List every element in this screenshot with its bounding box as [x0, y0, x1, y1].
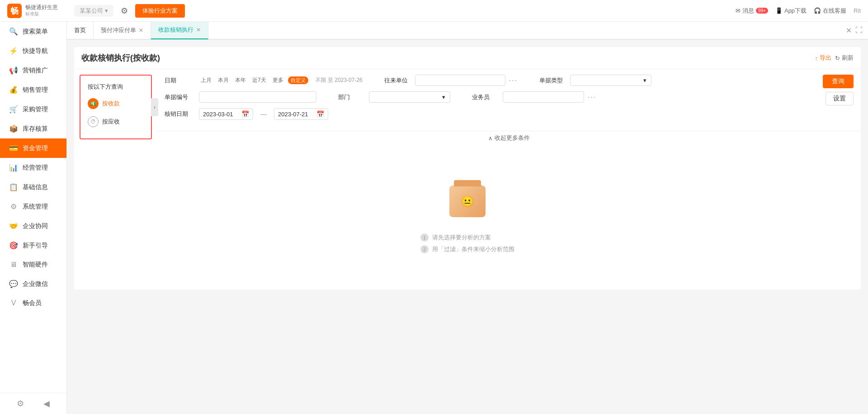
sidebar-item-sales[interactable]: 💰 销售管理: [0, 80, 66, 100]
sidebar-label-basic: 基础信息: [23, 183, 48, 191]
user-menu[interactable]: Rit: [854, 7, 861, 14]
sidebar-item-wechat[interactable]: 💬 企业微信: [0, 274, 66, 294]
date-shortcut-more[interactable]: 更多: [271, 76, 285, 85]
empty-tip-2: 2 用「过滤」条件来缩小分析范围: [420, 245, 514, 253]
sidebar-label-purchase: 采购管理: [23, 105, 48, 114]
date-custom-badge[interactable]: 自定义: [288, 76, 308, 84]
empty-tip-1: 1 请先选择要分析的方案: [420, 233, 491, 242]
tab-home[interactable]: 首页: [67, 21, 94, 39]
staff-label: 业务员: [472, 93, 499, 101]
sidebar-item-search[interactable]: 🔍 搜索菜单: [0, 22, 66, 41]
sidebar-label-system: 系统管理: [23, 203, 48, 211]
docnum-label: 单据编号: [165, 93, 192, 101]
empty-tips: 1 请先选择要分析的方案 2 用「过滤」条件来缩小分析范围: [420, 233, 514, 253]
partner-input[interactable]: [415, 75, 505, 86]
sidebar-label-sales: 销售管理: [23, 86, 48, 94]
monitor-icon: 🖥: [9, 261, 18, 269]
staff-input[interactable]: [503, 91, 584, 103]
date-unlimit: 不限 至 2023-07-26: [316, 76, 363, 84]
date-shortcut-thisyear[interactable]: 本年: [233, 76, 248, 85]
partner-more-btn[interactable]: ···: [509, 76, 518, 85]
sidebar-item-guide[interactable]: 🎯 新手引导: [0, 236, 66, 255]
refresh-btn[interactable]: ↻ 刷新: [835, 54, 854, 62]
verify-date-start[interactable]: 2023-03-01 📅: [199, 108, 253, 120]
filter-inputs: 日期 上月 本月 本年 近7天 更多 自定义 不限 至 2023-07-26: [157, 69, 816, 131]
query-type-by-payable[interactable]: ⏱ 按应收: [80, 113, 151, 131]
verify-date-end[interactable]: 2023-07-21 📅: [274, 108, 328, 120]
partner-label: 往来单位: [384, 76, 411, 85]
customer-service-btn[interactable]: 🎧 在线客服: [814, 7, 846, 15]
sidebar-item-hardware[interactable]: 🖥 智能硬件: [0, 255, 66, 274]
dept-label: 部门: [338, 93, 365, 101]
staff-filter: 业务员 ···: [472, 91, 596, 103]
sidebar-item-enterprise[interactable]: 🤝 企业协同: [0, 216, 66, 236]
partner-filter: 往来单位 ···: [384, 75, 518, 86]
sidebar-item-marketing[interactable]: 📢 营销推广: [0, 61, 66, 80]
tab-prepay[interactable]: 预付冲应付单 ✕: [94, 21, 151, 39]
handshake-icon: 🤝: [9, 222, 18, 230]
sidebar-item-member[interactable]: V 畅会员: [0, 294, 66, 313]
export-btn[interactable]: ↑ 导出: [815, 54, 832, 62]
app-download-btn[interactable]: 📱 App下载: [775, 7, 807, 15]
logo-text: 畅捷通好生意: [25, 4, 58, 10]
doctype-dropdown[interactable]: ▾: [570, 75, 651, 86]
query-panel-collapse-btn[interactable]: ›: [151, 98, 158, 116]
query-panel: 按以下方查询 💵 按收款 ⏱ 按应收 ›: [80, 75, 152, 139]
capital-icon: 💳: [9, 144, 18, 152]
dept-dropdown[interactable]: ▾: [369, 91, 450, 103]
query-panel-title: 按以下方查询: [80, 81, 151, 95]
message-btn[interactable]: ✉ 消息 99+: [736, 7, 768, 15]
tab-close-all-btn[interactable]: ✕: [846, 26, 852, 35]
tab-prepay-close[interactable]: ✕: [139, 27, 143, 33]
collapse-more-btn[interactable]: ∧ 收起更多条件: [157, 131, 861, 145]
page-actions: ↑ 导出 ↻ 刷新: [815, 54, 854, 62]
tab-fullscreen-btn[interactable]: ⛶: [855, 26, 863, 34]
filter-right: 日期 上月 本月 本年 近7天 更多 自定义 不限 至 2023-07-26: [157, 69, 861, 145]
staff-more-btn[interactable]: ···: [588, 93, 596, 101]
sidebar-item-quick[interactable]: ⚡ 快捷导航: [0, 41, 66, 61]
sidebar-item-purchase[interactable]: 🛒 采购管理: [0, 100, 66, 119]
settings-icon[interactable]: ⚙: [117, 4, 132, 18]
sidebar-item-system[interactable]: ⚙ 系统管理: [0, 197, 66, 216]
cart-icon: 🛒: [9, 105, 18, 114]
industry-btn[interactable]: 体验行业方案: [135, 4, 185, 18]
logo: 畅 畅捷通好生意 标准版: [7, 4, 74, 18]
tab-actions: ✕ ⛶: [840, 26, 868, 35]
sidebar-collapse-btn[interactable]: ◀: [43, 399, 50, 409]
date-shortcut-lastmonth[interactable]: 上月: [199, 76, 213, 85]
lightning-icon: ⚡: [9, 47, 18, 55]
sidebar-label-enterprise: 企业协同: [23, 222, 48, 230]
company-selector[interactable]: 某某公司 ▾: [74, 5, 113, 17]
mobile-icon: 📱: [775, 7, 783, 14]
dropdown-arrow-dept-icon: ▾: [442, 94, 445, 100]
tab-current-close[interactable]: ✕: [196, 27, 201, 33]
date-shortcut-7days[interactable]: 近7天: [250, 76, 268, 85]
filter-rows-wrapper: 日期 上月 本月 本年 近7天 更多 自定义 不限 至 2023-07-26: [157, 69, 861, 131]
sidebar-item-capital[interactable]: 💳 资金管理: [0, 138, 66, 158]
sidebar-settings-btn[interactable]: ⚙: [17, 399, 24, 409]
vip-icon: V: [9, 299, 18, 307]
top-bar-right: ✉ 消息 99+ 📱 App下载 🎧 在线客服 Rit: [736, 7, 861, 15]
refresh-icon: ↻: [835, 55, 840, 62]
filter-row-3: 核销日期 2023-03-01 📅 — 2023-07-21 📅: [165, 108, 808, 120]
query-type-by-receipt[interactable]: 💵 按收款: [80, 95, 151, 113]
filter-settings-btn[interactable]: 设置: [826, 92, 854, 105]
query-btn[interactable]: 查询: [823, 75, 854, 88]
sidebar-item-operation[interactable]: 📊 经营管理: [0, 158, 66, 177]
docnum-input[interactable]: [199, 91, 316, 103]
date-label: 日期: [165, 76, 192, 85]
empty-state: 😐 1 请先选择要分析的方案 2 用「过滤」条件来缩小分析范围: [74, 145, 861, 290]
calendar-start-icon: 📅: [241, 110, 249, 118]
receipt-type-icon: 💵: [88, 98, 99, 109]
search-icon: 🔍: [9, 27, 18, 36]
empty-box: 😐: [449, 186, 486, 217]
dept-filter: 部门 ▾: [338, 91, 450, 103]
tab-prepay-label: 预付冲应付单: [101, 26, 136, 34]
tab-current[interactable]: 收款核销执行 ✕: [151, 21, 208, 39]
megaphone-icon: 📢: [9, 66, 18, 75]
content-area: 按以下方查询 💵 按收款 ⏱ 按应收 ›: [74, 69, 861, 290]
sidebar-item-basic[interactable]: 📋 基础信息: [0, 177, 66, 197]
calendar-end-icon: 📅: [316, 110, 324, 118]
sidebar-item-inventory[interactable]: 📦 库存核算: [0, 119, 66, 138]
date-shortcut-thismonth[interactable]: 本月: [216, 76, 231, 85]
